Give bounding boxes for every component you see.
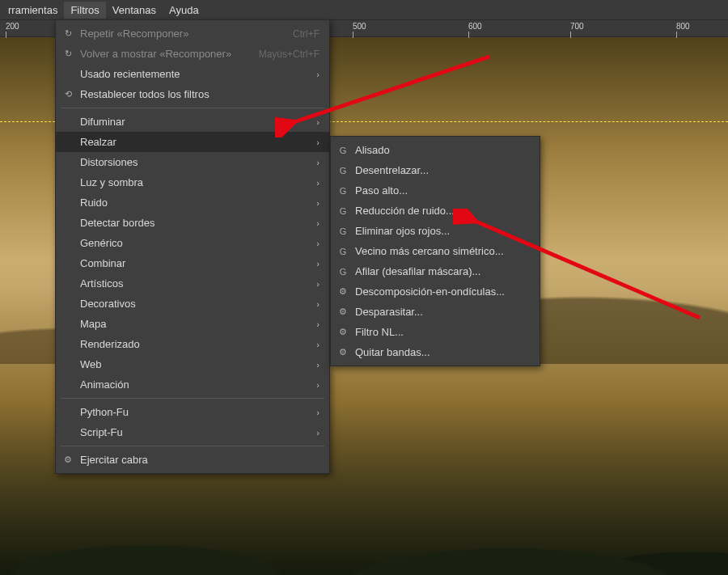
menubar: rramientas Filtros Ventanas Ayuda [0,0,728,19]
menu-item-label: Python-Fu [80,406,308,418]
menu-item-shortcut: Ctrl+F [293,28,320,40]
menu-item-label: Artísticos [80,277,308,290]
realzar-submenu: GAlisadoGDesentrelazar...GPaso alto...GR… [330,136,540,366]
menu-ayuda[interactable]: Ayuda [163,2,205,19]
chevron-right-icon: › [308,380,320,390]
filters-menu: ↻Repetir «Recomponer»Ctrl+F↻Volver a mos… [55,19,330,474]
filters-menu-item[interactable]: Luz y sombra› [56,172,329,192]
menu-item-label: Detectar bordes [80,217,308,229]
menu-item-label: Desparasitar... [355,306,530,318]
realzar-menu-item[interactable]: GDesentrelazar... [331,160,540,180]
gegl-icon: G [337,185,349,197]
menu-separator [61,446,324,446]
realzar-menu-item[interactable]: GAlisado [331,140,540,160]
filters-menu-item[interactable]: Ruido› [56,192,329,213]
menu-item-label: Mapa [80,318,308,330]
repeat-icon: ↻ [62,28,74,40]
chevron-right-icon: › [308,239,320,248]
menu-item-label: Luz y sombra [80,176,308,188]
filters-menu-item[interactable]: Decorativos› [56,294,329,314]
gegl-icon: G [337,226,349,237]
menu-item-label: Web [80,358,308,370]
reset-icon: ⟲ [62,89,74,100]
filters-menu-item[interactable]: Distorsiones› [56,152,329,172]
chevron-right-icon: › [308,218,320,228]
gegl-icon: G [337,266,349,277]
filters-menu-item[interactable]: Script-Fu› [56,422,329,442]
chevron-right-icon: › [308,408,320,417]
plugin-icon: ⚙ [337,347,349,358]
plugin-icon: ⚙ [337,286,349,298]
filters-menu-item[interactable]: Animación› [56,374,329,395]
filters-menu-item[interactable]: Usado recientemente› [56,64,329,84]
filters-menu-item[interactable]: Realzar› [56,132,329,152]
chevron-right-icon: › [308,178,320,188]
menu-separator [61,108,324,108]
realzar-menu-item[interactable]: GVecino más cercano simétrico... [331,241,540,261]
filters-menu-item[interactable]: Genérico› [56,233,329,253]
chevron-right-icon: › [308,117,320,127]
filters-menu-item[interactable]: Artísticos› [56,273,329,294]
filters-menu-item[interactable]: Mapa› [56,314,329,334]
menu-item-shortcut: Mayús+Ctrl+F [259,49,320,60]
menu-item-label: Repetir «Recomponer» [80,27,280,40]
menu-item-label: Realzar [80,136,308,148]
filters-menu-item[interactable]: Web› [56,354,329,374]
menu-item-label: Script-Fu [80,426,308,438]
gegl-icon: G [337,205,349,217]
menu-item-label: Filtro NL... [355,326,530,338]
menu-item-label: Paso alto... [355,184,530,197]
realzar-menu-item[interactable]: GPaso alto... [331,180,540,201]
chevron-right-icon: › [308,360,320,370]
chevron-right-icon: › [308,137,320,147]
realzar-menu-item[interactable]: GAfilar (desafilar máscara)... [331,261,540,281]
menu-item-label: Reducción de ruido... [355,205,530,217]
plugin-icon: ⚙ [337,307,349,318]
ruler-tick: 500 [353,22,366,31]
gegl-icon: G [337,246,349,257]
realzar-menu-item[interactable]: GEliminar ojos rojos... [331,221,540,241]
filters-menu-item[interactable]: ⟲Restablecer todos los filtros [56,84,329,104]
repeat-icon: ↻ [62,49,74,60]
menu-item-label: Alisado [355,144,530,156]
filters-menu-item[interactable]: ⚙Ejercitar cabra [56,450,329,470]
menu-item-label: Volver a mostrar «Recomponer» [80,48,246,60]
gear-icon: ⚙ [62,455,74,466]
realzar-menu-item[interactable]: ⚙Descomposición-en-ondículas... [331,281,540,302]
menu-herramientas[interactable]: rramientas [2,2,64,19]
filters-menu-item[interactable]: Renderizado› [56,334,329,354]
menu-item-label: Distorsiones [80,156,308,168]
menu-item-label: Eliminar ojos rojos... [355,225,530,237]
menu-item-label: Difuminar [80,116,308,128]
menu-item-label: Descomposición-en-ondículas... [355,285,530,298]
menu-item-label: Renderizado [80,338,308,350]
filters-menu-item[interactable]: Python-Fu› [56,402,329,422]
ruler-tick: 600 [468,22,482,31]
menu-item-label: Usado recientemente [80,68,308,80]
menu-separator [61,398,324,399]
gegl-icon: G [337,165,349,176]
menu-item-label: Decorativos [80,298,308,310]
realzar-menu-item[interactable]: ⚙Filtro NL... [331,322,540,342]
menu-ventanas[interactable]: Ventanas [106,2,163,19]
chevron-right-icon: › [308,299,320,309]
chevron-right-icon: › [308,428,320,438]
menu-item-label: Ruido [80,197,308,209]
menu-filtros[interactable]: Filtros [64,2,105,19]
filters-menu-item[interactable]: Difuminar› [56,112,329,132]
filters-menu-item[interactable]: Combinar› [56,253,329,273]
chevron-right-icon: › [308,340,320,349]
menu-item-label: Combinar [80,257,308,269]
menu-item-label: Quitar bandas... [355,346,530,358]
chevron-right-icon: › [308,319,320,329]
ruler-tick: 200 [6,22,19,31]
realzar-menu-item[interactable]: ⚙Desparasitar... [331,302,540,322]
menu-item-label: Desentrelazar... [355,164,530,176]
menu-item-label: Animación [80,378,308,391]
menu-item-label: Vecino más cercano simétrico... [355,245,530,257]
filters-menu-item[interactable]: Detectar bordes› [56,213,329,233]
realzar-menu-item[interactable]: ⚙Quitar bandas... [331,342,540,362]
chevron-right-icon: › [308,158,320,167]
menu-item-label: Restablecer todos los filtros [80,88,320,100]
realzar-menu-item[interactable]: GReducción de ruido... [331,201,540,221]
